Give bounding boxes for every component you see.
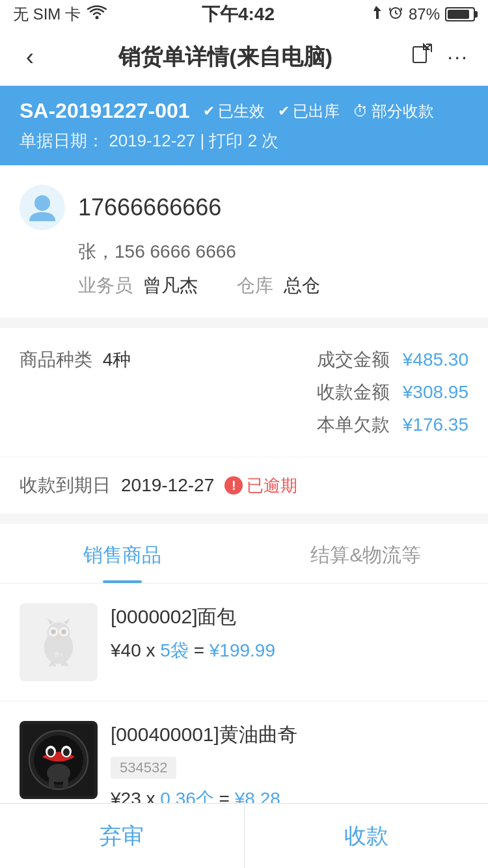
svg-point-32 (63, 748, 70, 756)
check-icon-shipped: ✔ (278, 103, 290, 120)
due-label: 收款到期日 (20, 473, 111, 498)
sales-name: 曾凡杰 (143, 275, 198, 295)
svg-point-17 (62, 631, 64, 632)
battery-icon (445, 7, 475, 21)
location-icon (370, 5, 383, 24)
order-date-row: 单据日期： 2019-12-27 | 打印 2 次 (20, 129, 468, 152)
product-price-1: ¥40 x 5袋 = ¥199.99 (111, 638, 468, 663)
svg-rect-34 (49, 778, 54, 789)
back-button[interactable]: ‹ (20, 37, 40, 77)
status-badge-shipped: ✔ 已出库 (278, 101, 340, 122)
nav-actions: ··· (411, 43, 468, 71)
overdue-icon: ! (224, 476, 243, 495)
warehouse-name: 总仓 (284, 275, 320, 295)
clock-icon: ⏱ (353, 102, 368, 120)
share-button[interactable] (411, 43, 434, 71)
kinds-value: 4种 (103, 349, 131, 370)
svg-point-31 (47, 748, 54, 756)
status-badge-partial: ⏱ 部分收款 (353, 101, 434, 122)
overdue-badge: ! 已逾期 (224, 474, 297, 497)
product-kinds: 商品种类 4种 (20, 347, 131, 372)
product-info-1: [0000002]面包 ¥40 x 5袋 = ¥199.99 (111, 603, 468, 663)
customer-phone: 17666666666 (78, 194, 221, 221)
page-title: 销货单详情(来自电脑) (118, 42, 332, 72)
time-display: 下午4:42 (202, 2, 275, 27)
more-button[interactable]: ··· (447, 45, 468, 69)
order-header-banner: SA-20191227-001 ✔ 已生效 ✔ 已出库 ⏱ 部分收款 单据日期：… (0, 86, 488, 165)
due-date: 2019-12-27 (121, 475, 214, 496)
deal-label: 成交金额 (317, 347, 390, 372)
svg-point-0 (96, 16, 99, 20)
order-id: SA-20191227-001 (20, 99, 190, 123)
customer-avatar (20, 185, 65, 230)
kinds-label: 商品种类 (20, 349, 92, 370)
product-info-2: [000400001]黄油曲奇 534532 ¥23 x 0.36个 = ¥8.… (111, 721, 468, 811)
receipt-amount-row: 收款金额 ¥308.95 (317, 380, 468, 405)
amounts: 成交金额 ¥485.30 收款金额 ¥308.95 本单欠款 ¥176.35 (317, 347, 468, 437)
bottom-bar: 弃审 收款 (0, 803, 488, 868)
svg-marker-10 (47, 618, 53, 625)
nav-bar: ‹ 销货单详情(来自电脑) ··· (0, 29, 488, 86)
alarm-icon (388, 5, 403, 24)
product-sku-badge: 534532 (111, 757, 176, 779)
svg-line-3 (396, 13, 398, 14)
products-list: 鱼+ [0000002]面包 ¥40 x 5袋 = ¥199.99 (0, 584, 488, 832)
receipt-label: 收款金额 (317, 380, 390, 405)
carrier-text: 无 SIM 卡 (13, 4, 81, 25)
tab-settlement-logistics[interactable]: 结算&物流等 (244, 524, 488, 583)
receipt-value: ¥308.95 (403, 382, 468, 403)
product-item: 鱼+ [0000002]面包 ¥40 x 5袋 = ¥199.99 (0, 584, 488, 701)
debt-value: ¥176.35 (403, 414, 468, 435)
customer-contact: 张，156 6666 6666 (20, 239, 468, 264)
svg-rect-35 (63, 778, 68, 789)
stats-section: 商品种类 4种 成交金额 ¥485.30 收款金额 ¥308.95 本单欠款 ¥… (0, 328, 488, 457)
status-badge-active: ✔ 已生效 (203, 101, 265, 122)
svg-point-16 (52, 631, 54, 632)
warehouse-label: 仓库 (237, 275, 273, 295)
customer-section: 17666666666 张，156 6666 6666 业务员 曾凡杰 仓库 总… (0, 165, 488, 318)
svg-point-7 (34, 195, 50, 211)
product-image-2 (20, 721, 98, 799)
deal-value: ¥485.30 (403, 349, 468, 370)
due-date-section: 收款到期日 2019-12-27 ! 已逾期 (0, 457, 488, 513)
status-left: 无 SIM 卡 (13, 4, 107, 25)
product-image-1: 鱼+ (20, 603, 98, 681)
tabs: 销售商品 结算&物流等 (0, 524, 488, 584)
svg-marker-11 (64, 618, 70, 625)
sales-label: 业务员 (78, 275, 133, 295)
customer-main: 17666666666 (20, 185, 468, 230)
overdue-text: 已逾期 (247, 474, 297, 497)
debt-amount-row: 本单欠款 ¥176.35 (317, 413, 468, 437)
battery-percent: 87% (409, 5, 440, 23)
check-icon-active: ✔ (203, 103, 215, 120)
wifi-icon (87, 5, 107, 23)
product-name-2: [000400001]黄油曲奇 (111, 721, 468, 748)
collect-payment-button[interactable]: 收款 (245, 804, 489, 868)
tab-sales-products[interactable]: 销售商品 (0, 524, 244, 583)
product-name-1: [0000002]面包 (111, 603, 468, 631)
svg-text:鱼+: 鱼+ (55, 651, 63, 657)
deal-amount-row: 成交金额 ¥485.30 (317, 347, 468, 372)
status-bar: 无 SIM 卡 下午4:42 87 (0, 0, 488, 29)
debt-label: 本单欠款 (317, 413, 390, 437)
status-right: 87% (370, 5, 475, 24)
cancel-review-button[interactable]: 弃审 (0, 804, 245, 868)
customer-meta: 业务员 曾凡杰 仓库 总仓 (20, 273, 468, 298)
